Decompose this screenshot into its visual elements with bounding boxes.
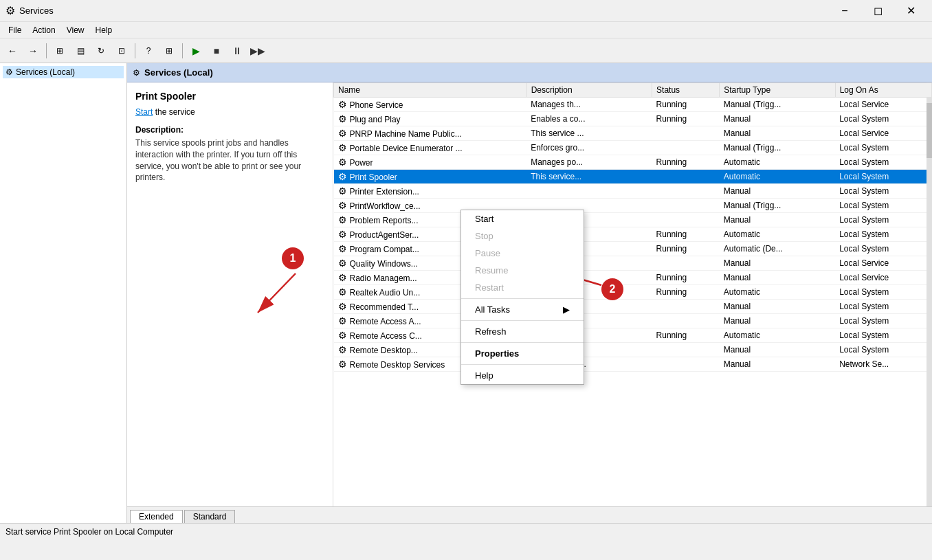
tb-start[interactable]: ▶ [186,41,206,60]
cell-logon: Local System [835,300,931,314]
description-panel: Print Spooler Start the service Descript… [127,82,333,506]
table-row[interactable]: ⚙Portable Device Enumerator ...Enforces … [334,141,932,155]
cell-logon: Network Se... [835,357,931,372]
table-row[interactable]: ⚙Radio Managem...RunningManualLocal Serv… [334,271,932,285]
cell-name: ⚙Print Spooler [334,170,527,184]
context-menu-item-start[interactable]: Start [461,210,584,227]
tab-standard[interactable]: Standard [184,510,236,523]
tab-extended[interactable]: Extended [130,510,183,523]
table-row[interactable]: ⚙Quality Windows...ManualLocal Service [334,256,932,271]
table-row[interactable]: ⚙Program Compat...RunningAutomatic (De..… [334,242,932,256]
header-gear-icon: ⚙ [133,68,140,78]
table-row[interactable]: ⚙Remote Desktop...ManualLocal System [334,343,932,357]
table-row[interactable]: ⚙Realtek Audio Un...RunningAutomaticLoca… [334,285,932,300]
sidebar-item-services-local[interactable]: ⚙ Services (Local) [3,66,124,78]
col-name[interactable]: Name [334,83,527,98]
context-menu-item-all-tasks[interactable]: All Tasks▶ [461,301,584,318]
cell-status: Running [652,112,720,126]
menu-file[interactable]: File [3,24,27,36]
table-row[interactable]: ⚙PrintWorkflow_ce...Manual (Trigg...Loca… [334,199,932,213]
cell-logon: Local Service [835,98,931,112]
menu-view[interactable]: View [61,24,90,36]
col-logon[interactable]: Log On As [835,83,931,98]
row-gear-icon: ⚙ [338,344,347,355]
row-gear-icon: ⚙ [338,186,347,197]
cell-status: Running [652,328,720,343]
panel-body: Print Spooler Start the service Descript… [127,82,932,506]
tb-help[interactable]: ? [139,41,158,60]
table-row[interactable]: ⚙PowerManages po...RunningAutomaticLocal… [334,155,932,170]
cell-logon: Local System [835,343,931,357]
cell-startup: Manual [720,112,835,126]
context-menu-item-help[interactable]: Help [461,367,584,384]
start-link[interactable]: Start [135,107,153,117]
services-table: Name Description Status Startup Type Log… [333,82,932,372]
tb-properties[interactable]: ⊞ [159,41,179,60]
col-description[interactable]: Description [526,83,652,98]
tb-show-hide[interactable]: ⊞ [50,41,69,60]
row-gear-icon: ⚙ [338,330,347,341]
ctx-label: All Tasks [475,304,510,315]
table-row[interactable]: ⚙PNRP Machine Name Public...This service… [334,126,932,141]
cell-logon: Local System [835,227,931,242]
cell-logon: Local System [835,328,931,343]
cell-description: Enables a co... [526,112,652,126]
menu-help[interactable]: Help [90,24,118,36]
close-button[interactable]: ✕ [895,0,927,22]
table-row[interactable]: ⚙ProductAgentSer...RunningAutomaticLocal… [334,227,932,242]
cell-startup: Automatic (De... [720,242,835,256]
tb-restart[interactable]: ▶▶ [248,41,267,60]
tb-stop[interactable]: ■ [207,41,226,60]
tb-pause[interactable]: ⏸ [228,41,247,60]
tb-export[interactable]: ⊡ [112,41,131,60]
cell-logon: Local System [835,285,931,300]
context-menu-item-properties[interactable]: Properties [461,345,584,362]
toolbar: ← → ⊞ ▤ ↻ ⊡ ? ⊞ ▶ ■ ⏸ ▶▶ [0,38,932,63]
description-label: Description: [135,125,324,135]
tb-back[interactable]: ← [3,41,22,60]
sidebar-gear-icon: ⚙ [5,67,13,77]
scrollbar-thumb[interactable] [927,103,932,158]
col-startup[interactable]: Startup Type [720,83,835,98]
table-row[interactable]: ⚙Plug and PlayEnables a co...RunningManu… [334,112,932,126]
cell-description: Manages po... [526,155,652,170]
context-menu-item-pause: Pause [461,245,584,262]
table-row[interactable]: ⚙Print SpoolerThis service...AutomaticLo… [334,170,932,184]
table-row[interactable]: ⚙Printer Extension...ManualLocal System [334,184,932,199]
minimize-button[interactable]: − [829,0,861,22]
cell-logon: Local System [835,199,931,213]
services-header: ⚙ Services (Local) [127,63,932,82]
cell-logon: Local System [835,184,931,199]
cell-startup: Automatic [720,227,835,242]
cell-logon: Local Service [835,126,931,141]
table-row[interactable]: ⚙Phone ServiceManages th...RunningManual… [334,98,932,112]
row-gear-icon: ⚙ [338,272,347,283]
cell-description [526,184,652,199]
annotation-2: 2 [601,278,623,300]
cell-status [652,170,720,184]
row-gear-icon: ⚙ [338,128,347,139]
cell-startup: Automatic [720,155,835,170]
cell-logon: Local System [835,213,931,227]
scrollbar-track[interactable] [927,82,932,506]
col-status[interactable]: Status [652,83,720,98]
sidebar-item-label: Services (Local) [16,67,75,77]
tb-list[interactable]: ▤ [71,41,90,60]
table-row[interactable]: ⚙Remote Access A...ManualLocal System [334,314,932,328]
cell-startup: Manual (Trigg... [720,141,835,155]
tb-forward[interactable]: → [23,41,43,60]
table-row[interactable]: ⚙Remote Access C...RunningAutomaticLocal… [334,328,932,343]
maximize-button[interactable]: ◻ [862,0,894,22]
table-row[interactable]: ⚙Remote Desktop ServicesAllows users ...… [334,357,932,372]
status-text: Start service Print Spooler on Local Com… [5,527,173,537]
table-row[interactable]: ⚙Problem Reports...ManualLocal System [334,213,932,227]
services-table-container[interactable]: Name Description Status Startup Type Log… [333,82,932,506]
cell-startup: Manual [720,314,835,328]
context-menu-item-refresh[interactable]: Refresh [461,323,584,340]
menu-action[interactable]: Action [27,24,60,36]
tb-refresh[interactable]: ↻ [91,41,111,60]
table-row[interactable]: ⚙Recommended T...ManualLocal System [334,300,932,314]
cell-description: This service... [526,170,652,184]
cell-status [652,357,720,372]
services-header-title: Services (Local) [144,67,213,78]
